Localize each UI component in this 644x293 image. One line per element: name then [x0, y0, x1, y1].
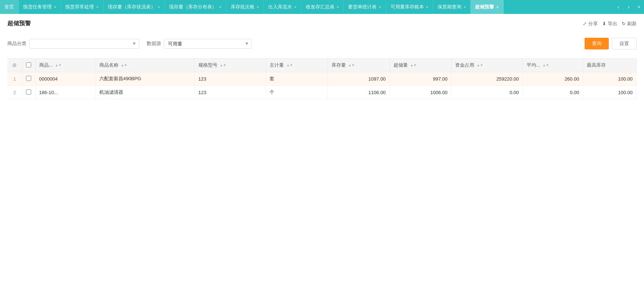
close-icon[interactable]: × [158, 5, 160, 9]
col-header-settings: ⚙ [7, 59, 22, 72]
cell-product-code: 0000004 [35, 72, 95, 86]
nav-close-all-button[interactable]: × [634, 0, 644, 14]
cell-max-stock: 100.00 [583, 72, 637, 86]
cell-overstock: 997.00 [389, 72, 451, 86]
category-select-wrapper: ▼ [29, 39, 139, 49]
cell-product-name: 六配套新昌490BPG [95, 72, 194, 86]
sort-icon[interactable]: ▲▼ [220, 64, 226, 67]
datasource-label: 数据源 [147, 40, 161, 47]
header-actions: ⤢ 分享 ⬇ 导出 ↻ 刷新 [583, 21, 637, 27]
nav-next-button[interactable]: › [623, 0, 634, 14]
cell-product-name: 机油滤清器 [95, 86, 194, 99]
nav-prev-button[interactable]: ‹ [613, 0, 623, 14]
page-content: 超储预警 ⤢ 分享 ⬇ 导出 ↻ 刷新 商品分类 ▼ [0, 14, 644, 293]
close-icon[interactable]: × [96, 5, 98, 9]
row-checkbox[interactable] [26, 89, 31, 94]
row-check-cell [22, 86, 35, 99]
table-row: 1 0000004 六配套新昌490BPG 123 套 1097.00 997.… [7, 72, 637, 86]
filter-actions: 查询 设置 [585, 38, 637, 49]
nav-available-stock[interactable]: 可用量库存账本 × [386, 0, 433, 14]
col-header-check [22, 59, 35, 72]
sort-icon[interactable]: ▲▼ [348, 64, 355, 67]
cell-stock: 1097.00 [328, 72, 389, 86]
page-title: 超储预警 [7, 20, 31, 27]
cell-unit: 个 [266, 86, 328, 99]
close-icon[interactable]: × [337, 5, 339, 9]
table-row: 2 186-10... 机油滤清器 123 个 1106.00 1006.00 … [7, 86, 637, 99]
nav-task-mgmt[interactable]: 拣货任务管理 × [19, 0, 61, 14]
sort-icon[interactable]: ▲▼ [286, 64, 293, 67]
col-header-spec: 规格型号 ▲▼ [194, 59, 266, 72]
col-header-max-stock: 最高库存 [583, 59, 637, 72]
sort-icon[interactable]: ▲▼ [410, 64, 417, 67]
col-header-product-code: 商品... ▲▼ [35, 59, 95, 72]
cell-avg: 0.00 [523, 86, 583, 99]
cell-spec: 123 [194, 86, 266, 99]
nav-arrows: ‹ › × [613, 0, 644, 14]
nav-bar: 首页 拣货任务管理 × 拣货异常处理 × 现存量（库存状况表） × 现存量（库存… [0, 0, 644, 14]
close-icon[interactable]: × [257, 5, 259, 9]
sort-icon[interactable]: ▲▼ [477, 64, 483, 67]
row-checkbox[interactable] [26, 76, 31, 81]
cell-spec: 123 [194, 72, 266, 86]
cell-max-stock: 100.00 [583, 86, 637, 99]
cell-avg: 260.00 [523, 72, 583, 86]
table-body: 1 0000004 六配套新昌490BPG 123 套 1097.00 997.… [7, 72, 637, 99]
table-header-row: ⚙ 商品... ▲▼ 商品名称 ▲▼ 规格型号 ▲▼ 主计 [7, 59, 637, 72]
filter-bar: 商品分类 ▼ 数据源 可用量 ▼ 查询 设置 [7, 33, 637, 54]
datasource-filter-group: 数据源 可用量 ▼ [147, 39, 252, 49]
gear-icon[interactable]: ⚙ [12, 62, 17, 68]
nav-summary[interactable]: 收发存汇总表 × [301, 0, 344, 14]
col-header-unit: 主计量 ▲▼ [266, 59, 328, 72]
datasource-select[interactable]: 可用量 [164, 39, 252, 49]
cell-capital: 259220.00 [451, 72, 523, 86]
category-select[interactable] [29, 39, 139, 49]
export-icon: ⬇ [602, 21, 606, 26]
share-icon: ⤢ [583, 21, 587, 26]
close-icon[interactable]: × [379, 5, 381, 9]
page-header: 超储预警 ⤢ 分享 ⬇ 导出 ↻ 刷新 [7, 20, 637, 27]
category-label: 商品分类 [7, 40, 26, 47]
row-check-cell [22, 72, 35, 86]
close-icon[interactable]: × [496, 5, 498, 9]
nav-order-stats[interactable]: 要货单统计表 × [344, 0, 386, 14]
settings-button[interactable]: 设置 [612, 38, 637, 49]
col-header-product-name: 商品名称 ▲▼ [95, 59, 194, 72]
datasource-select-wrapper: 可用量 ▼ [164, 39, 252, 49]
nav-expiry[interactable]: 保质期查询 × [433, 0, 471, 14]
data-table: ⚙ 商品... ▲▼ 商品名称 ▲▼ 规格型号 ▲▼ 主计 [7, 58, 637, 99]
nav-stock-dist[interactable]: 现存量（库存分布表） × [165, 0, 226, 14]
sort-icon[interactable]: ▲▼ [542, 64, 549, 67]
select-all-checkbox[interactable] [26, 62, 31, 67]
refresh-button[interactable]: ↻ 刷新 [622, 21, 637, 27]
nav-batch[interactable]: 库存批次账 × [226, 0, 264, 14]
close-icon[interactable]: × [294, 5, 296, 9]
col-header-stock: 库存量 ▲▼ [328, 59, 389, 72]
close-icon[interactable]: × [54, 5, 56, 9]
col-header-overstock: 超储量 ▲▼ [389, 59, 451, 72]
sort-icon[interactable]: ▲▼ [55, 64, 62, 67]
export-button[interactable]: ⬇ 导出 [602, 21, 617, 27]
close-icon[interactable]: × [464, 5, 466, 9]
refresh-icon: ↻ [622, 21, 626, 26]
cell-product-code: 186-10... [35, 86, 95, 99]
cell-overstock: 1006.00 [389, 86, 451, 99]
row-num: 1 [7, 72, 22, 86]
close-icon[interactable]: × [219, 5, 221, 9]
sort-icon[interactable]: ▲▼ [121, 64, 127, 67]
query-button[interactable]: 查询 [585, 38, 609, 49]
close-icon[interactable]: × [426, 5, 428, 9]
col-header-capital: 资金占用 ▲▼ [451, 59, 523, 72]
nav-inout-flow[interactable]: 出入库流水 × [264, 0, 301, 14]
share-button[interactable]: ⤢ 分享 [583, 21, 598, 27]
cell-capital: 0.00 [451, 86, 523, 99]
cell-stock: 1106.00 [328, 86, 389, 99]
col-header-avg: 平均... ▲▼ [523, 59, 583, 72]
nav-home[interactable]: 首页 [0, 0, 19, 14]
cell-unit: 套 [266, 72, 328, 86]
nav-exception[interactable]: 拣货异常处理 × [61, 0, 103, 14]
nav-overstock[interactable]: 超储预警 × [471, 0, 503, 14]
category-filter-group: 商品分类 ▼ [7, 39, 139, 49]
nav-stock-status[interactable]: 现存量（库存状况表） × [103, 0, 165, 14]
row-num: 2 [7, 86, 22, 99]
